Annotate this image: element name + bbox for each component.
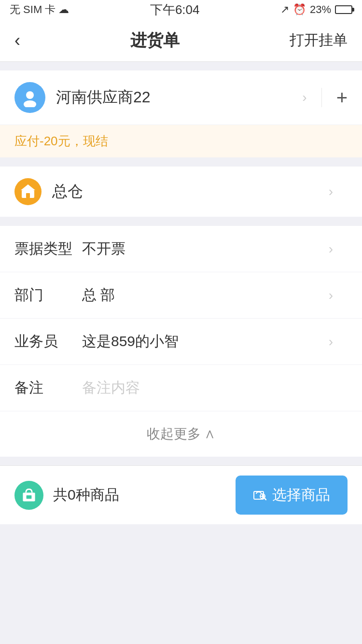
warehouse-card: 总仓 › [0, 167, 362, 217]
remarks-input[interactable]: 备注内容 [82, 378, 348, 398]
supplier-card: 河南供应商22 › + 应付-20元，现结 [0, 70, 362, 158]
svg-point-1 [24, 100, 36, 107]
supplier-avatar [14, 82, 45, 113]
page-title: 进货单 [130, 29, 180, 52]
svg-rect-6 [27, 495, 32, 499]
section-gap-1 [0, 62, 362, 70]
sim-label: 无 SIM 卡 ☁ [10, 2, 69, 17]
status-bar: 无 SIM 卡 ☁ 下午6:04 ↗ ⏰ 23% [0, 0, 362, 19]
invoice-type-row[interactable]: 票据类型 不开票 › [0, 225, 362, 272]
product-icon [14, 481, 43, 510]
product-count-label: 共0种商品 [53, 485, 236, 505]
salesman-chevron-icon: › [329, 334, 333, 350]
battery-percent: 23% [310, 3, 331, 16]
invoice-type-chevron-icon: › [329, 241, 333, 257]
salesman-label: 业务员 [14, 332, 82, 351]
select-product-button[interactable]: 选择商品 [236, 476, 348, 515]
section-gap-2 [0, 158, 362, 167]
supplier-name: 河南供应商22 [56, 87, 302, 108]
invoice-type-value: 不开票 [82, 239, 329, 259]
location-icon: ↗ [280, 3, 289, 16]
department-value: 总 部 [82, 285, 329, 305]
salesman-row[interactable]: 业务员 这是859的小智 › [0, 318, 362, 364]
supplier-divider [321, 88, 322, 107]
invoice-type-label: 票据类型 [14, 239, 82, 259]
select-product-label: 选择商品 [272, 485, 330, 505]
warehouse-chevron-icon: › [329, 184, 333, 199]
department-chevron-icon: › [329, 288, 333, 303]
content-background [0, 524, 362, 644]
supplier-row[interactable]: 河南供应商22 › + [0, 70, 362, 125]
status-left: 无 SIM 卡 ☁ [10, 2, 69, 17]
nav-bar: ‹ 进货单 打开挂单 [0, 19, 362, 62]
svg-marker-3 [21, 184, 35, 190]
supplier-chevron-icon: › [302, 90, 306, 105]
warehouse-icon [14, 178, 42, 205]
salesman-value: 这是859的小智 [82, 332, 329, 351]
svg-point-0 [26, 91, 34, 99]
back-button[interactable]: ‹ [14, 30, 20, 51]
open-pending-button[interactable]: 打开挂单 [290, 30, 348, 50]
collapse-button[interactable]: 收起更多 ∧ [0, 411, 362, 457]
warehouse-row[interactable]: 总仓 › [0, 167, 362, 217]
section-gap-3 [0, 217, 362, 225]
battery-bar-icon [335, 5, 352, 14]
remarks-label: 备注 [14, 378, 82, 398]
form-card: 票据类型 不开票 › 部门 总 部 › 业务员 这是859的小智 › 备注 备注… [0, 225, 362, 457]
bottom-bar: 共0种商品 选择商品 [0, 465, 362, 524]
department-row[interactable]: 部门 总 部 › [0, 272, 362, 318]
status-right: ↗ ⏰ 23% [280, 3, 352, 16]
supplier-notice: 应付-20元，现结 [0, 125, 362, 158]
alarm-icon: ⏰ [293, 3, 306, 16]
department-label: 部门 [14, 285, 82, 305]
warehouse-name: 总仓 [52, 181, 329, 202]
remarks-row[interactable]: 备注 备注内容 [0, 364, 362, 411]
add-supplier-button[interactable]: + [336, 87, 348, 109]
status-time: 下午6:04 [150, 1, 200, 18]
svg-rect-4 [26, 193, 30, 198]
select-product-icon [253, 489, 266, 502]
